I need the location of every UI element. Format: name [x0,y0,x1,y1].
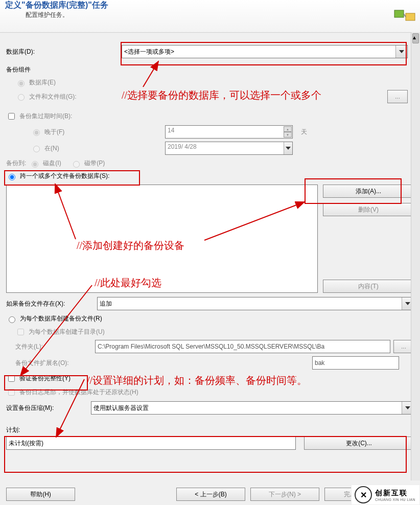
compression-select[interactable]: 使用默认服务器设置 [91,401,414,415]
backup-to-tape-label: 磁带(P) [84,159,105,168]
verify-label: 验证备份完整性(Y) [19,374,71,383]
remove-button: 删除(V) [323,203,414,216]
next-button: 下一步(N) > [250,488,319,501]
database-select[interactable]: <选择一项或多项> [122,45,408,58]
component-database-radio [18,80,25,87]
component-database-label: 数据库(E) [29,78,56,87]
expiration-checkbox[interactable] [8,113,15,120]
page-title: 定义"备份数据库(完整)"任务 [5,0,415,11]
chevron-down-icon [284,142,292,154]
tail-log-checkbox [8,389,15,396]
backup-component-label: 备份组件 [6,65,31,74]
backup-to-tape-radio [73,161,80,168]
per-db-subdir-checkbox [17,329,24,335]
compression-label: 设置备份压缩(M): [6,404,88,412]
expire-days-field: 14 ▲▼ [165,125,293,139]
brand-text-en: CHUANG XIN HU LIAN [375,498,415,501]
tail-log-label: 备份日志尾部，并使数据库处于还原状态(H) [19,388,138,397]
across-files-radio[interactable] [9,174,15,180]
backup-files-listbox[interactable] [6,185,318,293]
expiration-label: 备份集过期时间(B): [19,112,72,121]
wizard-header: 定义"备份数据库(完整)"任务 配置维护任务。 [0,0,420,33]
component-files-radio [18,94,25,101]
page-subtitle: 配置维护任务。 [26,11,415,19]
expire-after-label: 晚于(F) [44,128,162,136]
files-browse-button: ... [387,90,408,103]
database-label: 数据库(D): [6,48,119,56]
contents-button: 内容(T) [323,280,414,293]
scroll-up-icon[interactable]: ▴ [412,33,419,43]
per-db-radio[interactable] [9,316,15,323]
if-exists-select[interactable]: 追加 [97,297,414,310]
chevron-down-icon[interactable] [395,45,407,58]
verify-checkbox[interactable] [8,375,15,382]
backup-to-disk-radio [32,161,38,168]
expire-on-date: 2019/ 4/28 [165,142,293,155]
branding-watermark: ✕ 创新互联 CHUANG XIN HU LIAN [351,485,420,505]
content-area: 数据库(D): <选择一项或多项> 备份组件 数据库(E) 文件和文件组(G):… [0,33,420,459]
svg-rect-0 [394,10,404,17]
vertical-scrollbar[interactable]: ▴ [411,32,420,480]
wizard-icon [392,3,417,28]
ext-field [312,356,399,370]
across-files-label: 跨一个或多个文件备份数据库(S): [20,172,109,180]
backup-to-disk-label: 磁盘(I) [43,159,61,168]
expire-after-radio [33,129,40,136]
database-select-value: <选择一项或多项> [124,48,174,56]
expire-days-unit: 天 [301,128,307,136]
change-schedule-button[interactable]: 更改(C)... [304,437,414,450]
if-exists-label: 如果备份文件存在(X): [6,300,94,308]
add-button[interactable]: 添加(A)... [323,185,414,198]
backup-to-label: 备份到: [6,159,26,168]
brand-text-cn: 创新互联 [375,489,415,498]
expire-on-label: 在(N) [44,144,162,153]
expire-on-radio [33,146,40,152]
svg-rect-1 [406,13,415,20]
per-db-label: 为每个数据库创建备份文件(R) [20,314,102,323]
component-files-label: 文件和文件组(G): [29,93,77,101]
schedule-field [6,437,296,450]
ext-label: 备份文件扩展名(O): [15,359,309,368]
folder-field [95,340,390,353]
back-button[interactable]: < 上一步(B) [176,488,245,501]
help-button[interactable]: 帮助(H) [6,488,75,501]
brand-logo-icon: ✕ [355,486,372,503]
schedule-label: 计划: [6,426,414,434]
folder-label: 文件夹(L): [15,342,92,351]
per-db-subdir-label: 为每个数据库创建子目录(U) [29,328,105,336]
